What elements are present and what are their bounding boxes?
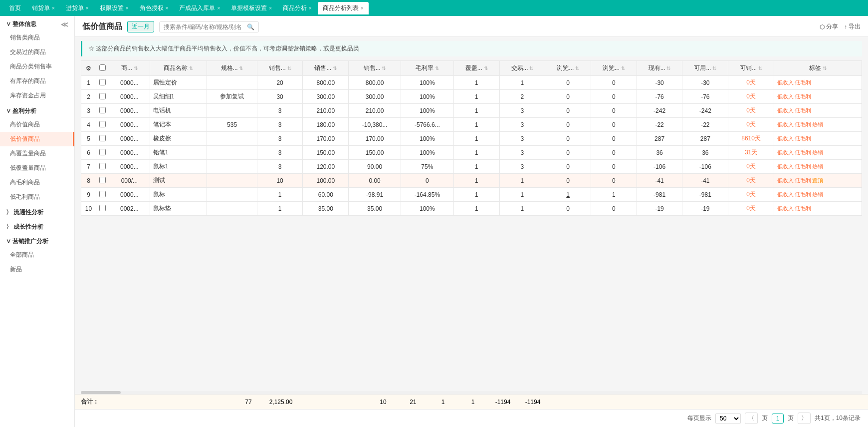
- sidebar-item-new-products[interactable]: 新品: [0, 262, 74, 277]
- row-select-checkbox[interactable]: [99, 107, 106, 113]
- row-checkbox[interactable]: [96, 146, 109, 160]
- row-browse1[interactable]: 0: [545, 146, 591, 160]
- next-page-button[interactable]: 〉: [798, 413, 811, 424]
- nav-permissions[interactable]: 权限设置 ×: [95, 2, 134, 14]
- row-checkbox[interactable]: [96, 104, 109, 118]
- col-checkbox[interactable]: [96, 61, 109, 76]
- per-page-select[interactable]: 50 100 200: [715, 413, 741, 424]
- col-margin[interactable]: 毛利率 ⇅: [401, 61, 453, 76]
- collapse-icon[interactable]: ≪: [61, 20, 68, 28]
- col-trade[interactable]: 交易... ⇅: [499, 61, 545, 76]
- export-button[interactable]: ↑ 导出: [844, 22, 861, 31]
- row-select-checkbox[interactable]: [99, 121, 106, 127]
- select-all-checkbox[interactable]: [99, 64, 106, 71]
- col-sale1[interactable]: 销售... ⇅: [303, 61, 349, 76]
- col-spec[interactable]: 规格... ⇅: [207, 61, 257, 76]
- sidebar-group-profit[interactable]: ∨ 盈利分析: [0, 103, 74, 117]
- row-browse1[interactable]: 1: [545, 188, 591, 202]
- row-select-checkbox[interactable]: [99, 93, 106, 99]
- sidebar-item-traded-products[interactable]: 交易过的商品: [0, 45, 74, 59]
- share-button[interactable]: ⬡ 分享: [820, 22, 838, 31]
- nav-roles[interactable]: 角色授权 ×: [135, 2, 174, 14]
- row-select-checkbox[interactable]: [99, 79, 106, 85]
- close-icon[interactable]: ×: [269, 5, 272, 11]
- sidebar-item-high-margin[interactable]: 高毛利商品: [0, 175, 74, 190]
- col-code[interactable]: 商... ⇅: [109, 61, 150, 76]
- prev-page-button[interactable]: 〈: [745, 413, 758, 424]
- col-sellable[interactable]: 可销... ⇅: [728, 61, 774, 76]
- sidebar-item-stock-products[interactable]: 有库存的商品: [0, 74, 74, 88]
- sidebar-item-low-margin[interactable]: 低毛利商品: [0, 190, 74, 204]
- row-checkbox[interactable]: [96, 118, 109, 132]
- sidebar-item-high-value[interactable]: 高价值商品: [0, 117, 74, 132]
- search-input[interactable]: [164, 23, 244, 30]
- row-checkbox[interactable]: [96, 76, 109, 90]
- row-browse1[interactable]: 0: [545, 132, 591, 146]
- search-icon[interactable]: 🔍: [247, 23, 254, 30]
- col-stock[interactable]: 现有... ⇅: [637, 61, 682, 76]
- row-spec: [207, 104, 257, 118]
- row-checkbox[interactable]: [96, 160, 109, 174]
- close-icon[interactable]: ×: [166, 5, 169, 11]
- row-browse1[interactable]: 0: [545, 76, 591, 90]
- row-select-checkbox[interactable]: [99, 135, 106, 141]
- table-row: 2 0000... 吴细细1 参加复试 30 300.00 300.00 100…: [81, 90, 862, 104]
- sidebar-item-all-products[interactable]: 全部商品: [0, 248, 74, 262]
- row-select-checkbox[interactable]: [99, 177, 106, 183]
- col-qty[interactable]: 销售... ⇅: [257, 61, 303, 76]
- row-select-checkbox[interactable]: [99, 163, 106, 169]
- row-tags: 低收入低毛利热销: [774, 118, 862, 132]
- sidebar-item-low-coverage[interactable]: 低覆盖量商品: [0, 161, 74, 175]
- sidebar-item-capital[interactable]: 库存资金占用: [0, 88, 74, 103]
- row-browse1[interactable]: 0: [545, 90, 591, 104]
- col-sale2[interactable]: 销售... ⇅: [349, 61, 401, 76]
- close-icon[interactable]: ×: [309, 5, 312, 11]
- close-icon[interactable]: ×: [126, 5, 129, 11]
- nav-template[interactable]: 单据模板设置 ×: [226, 2, 277, 14]
- filter-button[interactable]: 近一月: [127, 21, 154, 32]
- sidebar-item-category-rate[interactable]: 商品分类销售率: [0, 59, 74, 74]
- table-container[interactable]: ⚙ 商... ⇅ 商品名称 ⇅ 规格... ⇅ 销售... ⇅ 销售... ⇅ …: [75, 56, 868, 391]
- row-browse1[interactable]: 0: [545, 202, 591, 216]
- sidebar-group-growth[interactable]: 〉 成长性分析: [0, 219, 74, 233]
- close-icon[interactable]: ×: [86, 5, 89, 11]
- nav-warehouse[interactable]: 产成品入库单 ×: [174, 2, 225, 14]
- row-select-checkbox[interactable]: [99, 191, 106, 197]
- nav-home[interactable]: 首页: [4, 2, 26, 14]
- row-checkbox[interactable]: [96, 90, 109, 104]
- table-row: 6 0000... 铅笔1 3 150.00 150.00 100% 1 3 0…: [81, 146, 862, 160]
- sidebar-item-high-coverage[interactable]: 高覆盖量商品: [0, 146, 74, 161]
- close-icon[interactable]: ×: [361, 5, 364, 11]
- sidebar-item-low-value[interactable]: 低价值商品: [0, 132, 74, 146]
- nav-sales[interactable]: 销货单 ×: [27, 2, 60, 14]
- nav-analysis[interactable]: 商品分析 ×: [278, 2, 317, 14]
- sidebar-group-flow[interactable]: 〉 流通性分析: [0, 204, 74, 219]
- col-avail[interactable]: 可用... ⇅: [682, 61, 728, 76]
- sidebar-group-marketing[interactable]: ∨ 营销推广分析: [0, 233, 74, 248]
- row-qty: 1: [257, 202, 303, 216]
- col-tags[interactable]: 标签 ⇅: [774, 61, 862, 76]
- row-browse1[interactable]: 0: [545, 174, 591, 188]
- nav-analysis-list[interactable]: 商品分析列表 ×: [318, 2, 369, 14]
- footer-trade: 21: [398, 399, 428, 406]
- col-settings[interactable]: ⚙: [81, 61, 96, 76]
- row-select-checkbox[interactable]: [99, 205, 106, 211]
- row-browse1[interactable]: 0: [545, 104, 591, 118]
- col-browse1[interactable]: 浏览... ⇅: [545, 61, 591, 76]
- col-cover[interactable]: 覆盖... ⇅: [453, 61, 499, 76]
- sidebar-item-sales-products[interactable]: 销售类商品: [0, 30, 74, 45]
- row-checkbox[interactable]: [96, 174, 109, 188]
- row-browse1[interactable]: 0: [545, 160, 591, 174]
- row-checkbox[interactable]: [96, 188, 109, 202]
- row-checkbox[interactable]: [96, 202, 109, 216]
- row-checkbox[interactable]: [96, 132, 109, 146]
- close-icon[interactable]: ×: [217, 5, 220, 11]
- row-select-checkbox[interactable]: [99, 149, 106, 155]
- row-browse1[interactable]: 0: [545, 118, 591, 132]
- close-icon[interactable]: ×: [52, 5, 55, 11]
- nav-purchase[interactable]: 进货单 ×: [61, 2, 94, 14]
- col-name[interactable]: 商品名称 ⇅: [150, 61, 207, 76]
- col-browse2[interactable]: 浏览... ⇅: [591, 61, 637, 76]
- sidebar-group-overview[interactable]: ∨ 整体信息 ≪: [0, 16, 74, 30]
- row-tags: 低收入低毛利: [774, 76, 862, 90]
